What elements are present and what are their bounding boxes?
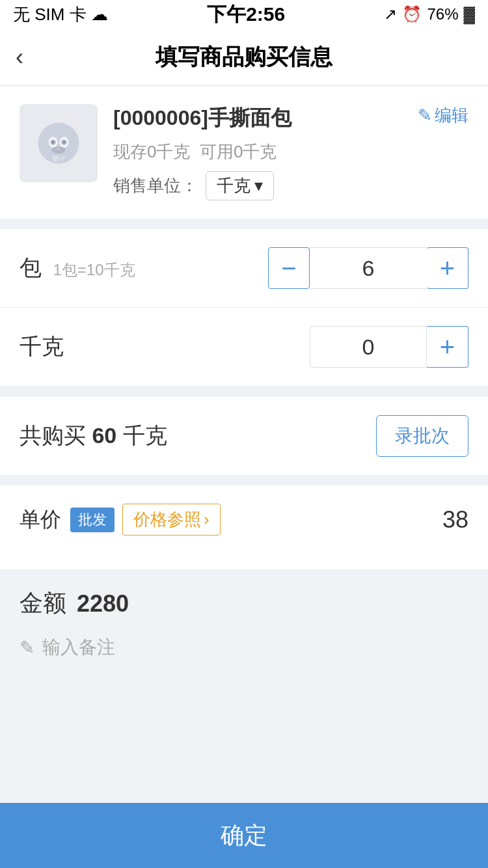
status-right: ↗ ⏰ 76% ▓ xyxy=(384,5,475,23)
battery-icon: ▓ xyxy=(464,5,476,23)
batch-button[interactable]: 录批次 xyxy=(376,415,468,457)
quantity-control-bag: − + xyxy=(268,247,468,289)
price-type-tag: 批发 xyxy=(70,508,115,532)
confirm-button[interactable]: 确定 xyxy=(0,803,488,868)
price-section: 单价 批发 价格参照 › 38 xyxy=(0,485,488,569)
amount-label: 金额 xyxy=(20,588,66,619)
quantity-input-bag[interactable] xyxy=(310,247,427,289)
chevron-down-icon: ▾ xyxy=(254,176,263,196)
price-label: 单价 xyxy=(20,506,61,534)
quantity-sublabel-bag: 1包=10千克 xyxy=(53,261,135,278)
increment-kg-button[interactable]: + xyxy=(427,326,468,368)
product-stock: 现存0千克 可用0千克 xyxy=(113,141,468,163)
quantity-label-kg: 千克 xyxy=(20,332,310,362)
quantity-row-bag: 包 1包=10千克 − + xyxy=(0,229,488,308)
svg-text:智计: 智计 xyxy=(52,155,65,162)
amount-value: 2280 xyxy=(77,590,129,617)
product-logo-icon: 智计 xyxy=(36,120,81,166)
nav-bar: ‹ 填写商品购买信息 xyxy=(0,29,488,86)
edit-icon: ✎ xyxy=(418,105,432,126)
unit-label: 销售单位： xyxy=(113,174,198,197)
pencil-icon: ✎ xyxy=(20,637,34,658)
amount-section: 金额 2280 ✎ 输入备注 xyxy=(0,569,488,803)
quantity-control-kg: + xyxy=(310,326,468,368)
quantity-row-kg: 千克 + xyxy=(0,308,488,387)
product-name: [0000006]手撕面包 xyxy=(113,104,468,133)
price-ref-button[interactable]: 价格参照 › xyxy=(122,504,221,536)
quantity-section: 包 1包=10千克 − + 千克 + xyxy=(0,229,488,387)
confirm-button-label: 确定 xyxy=(221,820,267,852)
price-value: 38 xyxy=(442,506,468,534)
page-title: 填写商品购买信息 xyxy=(156,42,332,72)
product-info: [0000006]手撕面包 现存0千克 可用0千克 销售单位： 千克 ▾ xyxy=(113,104,468,200)
product-unit-row: 销售单位： 千克 ▾ xyxy=(113,171,468,200)
svg-point-5 xyxy=(52,141,55,144)
quantity-label-bag: 包 1包=10千克 xyxy=(20,253,268,283)
battery-label: 76% xyxy=(427,5,458,23)
chevron-right-icon: › xyxy=(204,509,210,530)
remark-row[interactable]: ✎ 输入备注 xyxy=(20,635,468,660)
amount-row: 金额 2280 xyxy=(20,588,468,619)
price-row: 单价 批发 价格参照 › 38 xyxy=(20,504,468,536)
total-row: 共购买 60 千克 录批次 xyxy=(0,397,488,475)
edit-button[interactable]: ✎ 编辑 xyxy=(418,104,468,127)
unit-select[interactable]: 千克 ▾ xyxy=(206,171,274,200)
back-button[interactable]: ‹ xyxy=(16,44,23,71)
alarm-icon: ⏰ xyxy=(402,5,422,23)
status-time: 下午2:56 xyxy=(207,1,285,28)
product-image: 智计 xyxy=(20,104,98,182)
status-bar: 无 SIM 卡 ☁ 下午2:56 ↗ ⏰ 76% ▓ xyxy=(0,0,488,29)
total-section: 共购买 60 千克 录批次 xyxy=(0,397,488,475)
increment-bag-button[interactable]: + xyxy=(427,247,468,289)
location-icon: ↗ xyxy=(384,5,397,23)
remark-placeholder: 输入备注 xyxy=(42,635,115,660)
total-label: 共购买 60 千克 xyxy=(20,421,376,451)
quantity-input-kg[interactable] xyxy=(310,326,427,368)
status-left: 无 SIM 卡 ☁ xyxy=(13,3,108,26)
no-sim-label: 无 SIM 卡 ☁ xyxy=(13,3,108,26)
product-card: 智计 [0000006]手撕面包 现存0千克 可用0千克 销售单位： 千克 ▾ … xyxy=(0,86,488,219)
svg-point-6 xyxy=(62,141,65,144)
decrement-bag-button[interactable]: − xyxy=(268,247,310,289)
